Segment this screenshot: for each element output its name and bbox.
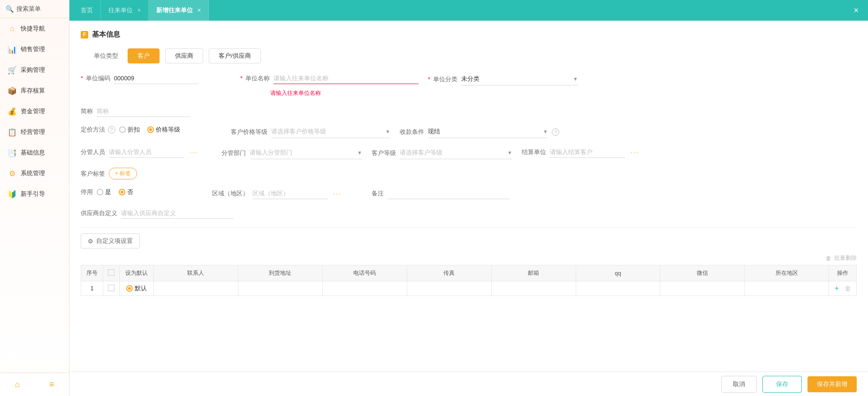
sidebar-item-quick-nav[interactable]: ⌂ 快捷导航 [0, 18, 69, 39]
tab-new-partner[interactable]: 新增往来单位 × [149, 0, 209, 21]
sidebar-home-btn[interactable]: ⌂ [12, 377, 23, 392]
customer-level-field: 客户等级 请选择客户等级 ▼ [372, 147, 512, 159]
manager-more-btn[interactable]: ··· [188, 148, 200, 156]
save-and-new-button[interactable]: 保存并新增 [807, 376, 857, 392]
payment-terms-select[interactable]: 现结 ▼ [428, 125, 548, 138]
tab-new-partner-close[interactable]: × [198, 7, 201, 14]
settlement-field: 结算单位 ··· [522, 147, 653, 158]
pricing-radio-group: 折扣 价格等级 [119, 125, 180, 134]
custom-settings-btn[interactable]: ⚙ 自定义项设置 [81, 233, 140, 248]
add-tag-btn[interactable]: + 标签 [109, 168, 137, 179]
unit-name-field: * 单位名称 请输入往来单位名称 [240, 73, 419, 97]
row-checkbox[interactable] [108, 285, 114, 291]
select-all-checkbox[interactable] [108, 269, 114, 276]
add-row-btn[interactable]: + [835, 284, 839, 292]
pricing-help-icon[interactable]: ? [108, 126, 115, 133]
price-level-radio-circle [147, 126, 154, 133]
price-level-radio-label: 价格等级 [156, 125, 180, 134]
unit-type-supplier-btn[interactable]: 供应商 [165, 48, 203, 63]
row-location[interactable] [745, 281, 829, 296]
region-more-btn[interactable]: ··· [331, 190, 343, 197]
row-email[interactable] [491, 281, 576, 296]
sidebar-bottom: ⌂ ≡ [0, 373, 69, 396]
row-contact-input[interactable] [159, 285, 233, 292]
sidebar-item-label: 快捷导航 [21, 24, 45, 33]
pricing-level-radio[interactable]: 价格等级 [147, 125, 180, 134]
row-address[interactable] [238, 281, 322, 296]
table-row: 1 默认 [81, 281, 857, 296]
region-input[interactable] [252, 188, 327, 199]
department-select[interactable]: 请输入分管部门 ▼ [250, 147, 362, 159]
cancel-button[interactable]: 取消 [721, 376, 757, 393]
tab-partners[interactable]: 往来单位 × [101, 0, 149, 21]
quick-nav-icon: ⌂ [8, 24, 17, 33]
unit-type-customer-btn[interactable]: 客户 [128, 48, 160, 63]
col-email: 邮箱 [491, 265, 576, 281]
row-phone-input[interactable] [327, 285, 402, 292]
col-qq: qq [576, 265, 660, 281]
inventory-icon: 📦 [8, 86, 17, 95]
settlement-input[interactable] [550, 147, 625, 158]
payment-terms-field: 收款条件 现结 ▼ ? [400, 125, 559, 138]
sidebar-item-inventory[interactable]: 📦 库存核算 [0, 80, 69, 101]
tab-home[interactable]: 首页 [73, 0, 101, 21]
row-wechat[interactable] [660, 281, 745, 296]
menu-icon: ≡ [49, 380, 54, 389]
unit-code-input[interactable] [114, 73, 198, 84]
form-divider [81, 227, 857, 228]
row-qq[interactable] [576, 281, 660, 296]
batch-delete-label[interactable]: 批量删除 [834, 254, 857, 262]
sidebar-item-guide[interactable]: 🔰 新手引导 [0, 184, 69, 204]
form-row-5: 客户标签 + 标签 [81, 168, 857, 179]
col-default: 设为默认 [120, 265, 154, 281]
section-icon: F [81, 31, 88, 39]
row-address-input[interactable] [243, 285, 318, 292]
sidebar-item-label: 采购管理 [21, 66, 45, 74]
manager-input[interactable] [109, 147, 184, 158]
region-field: 区域（地区） ··· [212, 188, 362, 199]
sidebar-item-sales[interactable]: 📊 销售管理 [0, 39, 69, 60]
tag-label: 客户标签 [81, 170, 105, 178]
row-wechat-input[interactable] [665, 285, 739, 292]
disabled-yes-radio[interactable]: 是 [97, 188, 111, 196]
disabled-no-radio[interactable]: 否 [119, 188, 133, 196]
unit-name-label: * 单位名称 [240, 74, 270, 83]
customer-level-select[interactable]: 请选择客户等级 ▼ [400, 147, 512, 159]
customer-price-select[interactable]: 请选择客户价格等级 ▼ [271, 125, 390, 138]
payment-help-icon[interactable]: ? [552, 128, 559, 136]
remark-input[interactable] [388, 188, 510, 199]
row-email-input[interactable] [496, 285, 571, 292]
row-qq-input[interactable] [581, 285, 655, 292]
col-checkbox[interactable] [103, 265, 120, 281]
sidebar-item-system[interactable]: ⚙ 系统管理 [0, 163, 69, 184]
search-menu-item[interactable]: 🔍 搜索菜单 [0, 0, 69, 18]
pricing-discount-radio[interactable]: 折扣 [119, 125, 140, 134]
manager-label: 分管人员 [81, 148, 105, 156]
unit-name-input[interactable] [274, 73, 419, 84]
sidebar-menu-btn[interactable]: ≡ [46, 377, 57, 392]
del-row-btn[interactable]: 🗑 [845, 285, 851, 292]
disabled-field: 停用 是 否 [81, 188, 203, 196]
row-location-input[interactable] [749, 285, 824, 292]
row-phone[interactable] [322, 281, 407, 296]
row-default-radio[interactable]: 默认 [124, 284, 149, 293]
tab-partners-close[interactable]: × [137, 7, 141, 14]
discount-radio-circle [119, 126, 126, 133]
add-tag-label: + 标签 [115, 170, 131, 178]
basic-info-icon: 📑 [8, 148, 17, 157]
row-fax[interactable] [407, 281, 491, 296]
sidebar-item-finance[interactable]: 💰 资金管理 [0, 101, 69, 122]
save-button[interactable]: 保存 [762, 376, 802, 393]
unit-category-select[interactable]: 未分类 ▼ [461, 73, 578, 85]
unit-type-both-btn[interactable]: 客户/供应商 [209, 48, 261, 63]
tab-bar-close-all[interactable]: × [848, 6, 864, 16]
settlement-more-btn[interactable]: ··· [629, 148, 641, 156]
col-location: 所在地区 [745, 265, 829, 281]
row-fax-input[interactable] [412, 285, 487, 292]
sidebar-item-operations[interactable]: 📋 经营管理 [0, 122, 69, 142]
row-contact[interactable] [153, 281, 238, 296]
short-name-input[interactable] [97, 106, 190, 117]
sidebar-item-purchase[interactable]: 🛒 采购管理 [0, 60, 69, 80]
supplier-custom-input[interactable] [121, 208, 234, 219]
sidebar-item-basic-info[interactable]: 📑 基础信息 [0, 142, 69, 163]
